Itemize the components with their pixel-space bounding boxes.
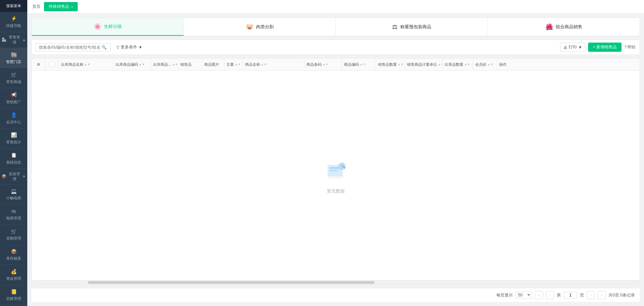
sidebar-item-label: 批发管理 [7,171,22,182]
sidebar-item-label: 电商管理 [6,216,21,221]
topbar-tab-label: 特殊销售品 [49,4,69,10]
search-icon[interactable]: 🔍 [102,45,107,50]
sidebar-item-member-center[interactable]: 👤 会员中心 [0,108,27,128]
th-sale-qty: 销售品数量 ▲▼ [376,59,405,70]
sort-icon[interactable]: ▲▼ [438,63,443,66]
add-button[interactable]: + 新增销售品 [588,43,621,52]
chevron-down-icon: ▼ [138,45,143,50]
table-container: ⚙ 出库商品名称 ▲▼ 出库商品编码 ▲▼ 出库商品... ▲▼ 销售品 [31,58,640,285]
print-label: 打印 [569,44,577,50]
table-header: ⚙ 出库商品名称 ▲▼ 出库商品编码 ▲▼ 出库商品... ▲▼ 销售品 [32,59,640,71]
print-icon: 🖨 [563,45,567,50]
ledger-icon: 📒 [11,289,17,295]
th-checkbox[interactable] [45,59,59,70]
sidebar-item-inventory[interactable]: 📦 库存核算 [0,245,27,265]
close-icon[interactable]: × [71,5,73,9]
sort-icon[interactable]: ▲▼ [464,63,470,66]
th-unit: 销售商品计量单位 ▲▼ [405,59,443,70]
total-label: 共0页 0条记录 [609,292,635,298]
filter-button[interactable]: ▽ 更多条件 ▼ [114,43,145,51]
scroll-thumb[interactable] [88,281,374,284]
sidebar-item-label: 零售管理 [7,35,22,45]
sidebar-item-label: 基础信息 [6,160,21,165]
sidebar-item-general-ledger[interactable]: 📒 总账管理 [0,285,27,305]
meat-cut-icon: 🐷 [246,23,253,31]
tab-combo-sale[interactable]: 🌺 组合商品销售 [488,18,640,36]
search-box[interactable]: 🔍 [36,43,111,51]
sidebar-item-sales-promo[interactable]: 📢 营销推广 [0,88,27,108]
sort-icon[interactable]: ▲▼ [398,63,404,66]
sidebar-item-label: 总账管理 [6,296,21,301]
sidebar-item-wholesale-mgmt[interactable]: 📦 批发管理 ▼ [0,169,27,185]
next-page-button[interactable]: › [587,291,595,299]
sort-icon[interactable]: ▲▼ [139,63,145,66]
chevron-down-icon: ▼ [23,175,26,178]
tab-label: 称重预包装商品 [400,24,431,30]
sidebar-item-label: 会员中心 [6,120,21,125]
th-goods-code: 商品编码 ▲▼ [342,59,376,70]
sidebar-item-purchase-mgmt[interactable]: 🛒 采购管理 [0,225,27,245]
sort-icon[interactable]: ▲▼ [84,63,90,66]
th-out-qty: 出库品数量 ▲▼ [443,59,473,70]
search-input[interactable] [39,45,100,50]
sidebar-item-label: 库存核算 [6,256,21,261]
th-sale-item: 销售品 [178,59,202,70]
sidebar-item-mini-ecom[interactable]: 💻 小畅电商 [0,185,27,205]
th-settings[interactable]: ⚙ [32,59,45,70]
sidebar-item-retail-mall[interactable]: 🛒 零售商城 [0,68,27,88]
per-page-select[interactable]: 50 10 20 100 [515,292,532,299]
tab-meat-cut[interactable]: 🐷 肉类分割 [184,18,336,36]
chevron-down-icon: ▼ [578,45,582,50]
empty-state: 🔍 暂无数据 [32,71,640,280]
topbar-active-tab[interactable]: 特殊销售品 × [44,2,78,11]
svg-text:🔍: 🔍 [340,164,345,169]
th-out-name: 出库商品名称 ▲▼ [59,59,114,70]
main-area: 首页 特殊销售品 × 🌸 生鲜分级 🐷 肉类分割 ⚖ 称重预包装商品 🌺 组合商… [27,0,644,306]
first-page-button[interactable]: « [535,291,543,299]
last-page-button[interactable]: » [598,291,606,299]
fresh-grade-icon: 🌸 [94,23,101,30]
smart-store-icon: 🏬 [11,51,17,58]
sidebar-item-ecom-mgmt[interactable]: 🛍 电商管理 [0,205,27,225]
horizontal-scrollbar[interactable] [32,280,640,284]
combo-icon: 🌺 [545,23,553,31]
toolbar: 🔍 ▽ 更多条件 ▼ 🖨 打印 ▼ + 新增销售品 ? 帮助 [31,40,640,55]
tab-fresh-grade[interactable]: 🌸 生鲜分级 [32,18,184,36]
sort-icon[interactable]: ▲▼ [322,63,328,66]
header-checkbox[interactable] [49,62,55,67]
toolbar-left: 🔍 ▽ 更多条件 ▼ [36,43,145,51]
filter-label: 更多条件 [121,44,137,50]
sort-icon[interactable]: ▲▼ [487,63,493,66]
tab-weight-prepack[interactable]: ⚖ 称重预包装商品 [336,18,488,36]
per-page-label: 每页显示 [496,292,513,298]
sort-icon[interactable]: ▲▼ [360,63,366,66]
sidebar-item-label: 零售统计 [6,140,21,145]
sort-icon[interactable]: ▲▼ [235,63,241,66]
page-input[interactable] [564,292,577,299]
sidebar-item-quick-nav[interactable]: ⚡ 快捷导航 [0,12,27,32]
sidebar-item-finance[interactable]: 💰 资金管理 [0,265,27,285]
th-weight: 主量 ▲▼ [224,59,243,70]
prev-page-button[interactable]: ‹ [546,291,554,299]
svg-rect-3 [329,170,338,171]
chevron-down-icon: ▲ [23,38,26,42]
sidebar-item-retail-stats[interactable]: 📊 零售统计 [0,128,27,149]
sort-icon[interactable]: ▲▼ [172,63,178,66]
sidebar-item-label: 营销推广 [6,100,21,105]
finance-icon: 💰 [11,269,17,275]
sidebar-logo-text: 搜索菜单 [6,3,21,9]
sort-icon[interactable]: ▲▼ [261,63,267,66]
sidebar-logo[interactable]: 搜索菜单 [0,0,27,12]
retail-mgmt-icon: 🏪 [2,37,6,42]
sidebar-item-smart-store[interactable]: 🏬 智慧门店 [0,48,27,68]
tab-label: 生鲜分级 [104,24,122,30]
wholesale-icon: 📦 [2,174,6,179]
sidebar-item-basic-info[interactable]: 📋 基础信息 [0,149,27,169]
help-icon: ? [624,45,627,50]
purchase-icon: 🛒 [11,228,17,235]
print-button[interactable]: 🖨 打印 ▼ [560,43,585,52]
inventory-icon: 📦 [11,248,17,255]
topbar-home[interactable]: 首页 [32,4,41,10]
sidebar-item-retail-mgmt[interactable]: 🏪 零售管理 ▲ [0,32,27,48]
help-button[interactable]: ? 帮助 [624,44,635,50]
